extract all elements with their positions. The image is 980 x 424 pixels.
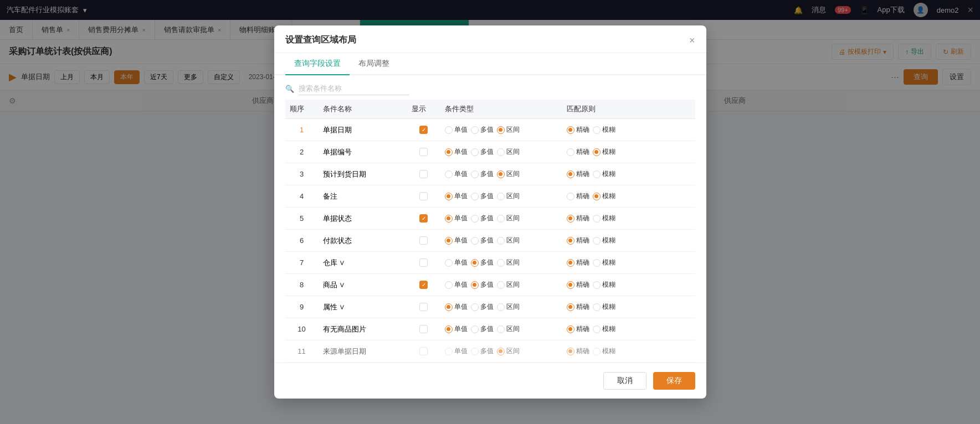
radio-match-label: 模糊 <box>602 236 615 245</box>
radio-type-区间[interactable]: 区间 <box>497 302 520 312</box>
radio-type-多值[interactable]: 多值 <box>471 347 494 356</box>
radio-match-精确[interactable]: 精确 <box>567 280 589 289</box>
radio-match-模糊[interactable]: 模糊 <box>593 324 615 334</box>
radio-match-精确[interactable]: 精确 <box>567 192 589 201</box>
modal-overlay[interactable]: 设置查询区域布局 × 查询字段设置 布局调整 🔍 顺序 条件名称 显示 条件类型 <box>0 0 980 424</box>
radio-circle-match <box>593 303 601 311</box>
radio-label: 区间 <box>506 214 520 223</box>
radio-type-区间[interactable]: 区间 <box>497 192 520 201</box>
radio-type-单值[interactable]: 单值 <box>445 192 468 201</box>
checkbox-display[interactable] <box>419 325 428 333</box>
radio-circle <box>471 281 479 289</box>
radio-match-精确[interactable]: 精确 <box>567 125 589 135</box>
radio-type-单值[interactable]: 单值 <box>445 280 468 289</box>
row-display-checkbox[interactable] <box>407 299 440 314</box>
row-display-checkbox[interactable]: ✓ <box>407 277 440 292</box>
radio-match-精确[interactable]: 精确 <box>567 324 589 334</box>
checkbox-display[interactable]: ✓ <box>419 281 428 289</box>
row-display-checkbox[interactable] <box>407 233 440 248</box>
radio-type-区间[interactable]: 区间 <box>497 214 520 223</box>
radio-type-多值[interactable]: 多值 <box>471 214 494 223</box>
checkbox-display[interactable] <box>419 258 428 267</box>
row-display-checkbox[interactable]: ✓ <box>407 122 440 137</box>
checkbox-display[interactable] <box>419 148 428 156</box>
radio-type-单值[interactable]: 单值 <box>445 169 468 179</box>
radio-circle-match <box>593 281 601 289</box>
row-type-options: 单值多值区间 <box>440 210 562 226</box>
search-input[interactable] <box>299 82 409 95</box>
radio-type-区间[interactable]: 区间 <box>497 258 520 267</box>
table-row: 6付款状态单值多值区间精确模糊 <box>285 230 695 252</box>
checkbox-display[interactable] <box>419 347 428 355</box>
radio-match-模糊[interactable]: 模糊 <box>593 280 615 289</box>
radio-match-模糊[interactable]: 模糊 <box>593 125 615 135</box>
radio-type-单值[interactable]: 单值 <box>445 302 468 312</box>
radio-match-精确[interactable]: 精确 <box>567 258 589 267</box>
radio-match-精确[interactable]: 精确 <box>567 236 589 245</box>
modal-tab-layout-adjust[interactable]: 布局调整 <box>350 53 398 75</box>
radio-match-模糊[interactable]: 模糊 <box>593 147 615 157</box>
checkbox-display[interactable] <box>419 303 428 311</box>
radio-match-模糊[interactable]: 模糊 <box>593 192 615 201</box>
radio-match-精确[interactable]: 精确 <box>567 147 589 157</box>
radio-type-区间[interactable]: 区间 <box>497 347 520 356</box>
row-display-checkbox[interactable] <box>407 344 440 359</box>
row-match-options: 精确模糊 <box>562 166 695 182</box>
row-display-checkbox[interactable] <box>407 189 440 204</box>
cancel-button[interactable]: 取消 <box>603 372 647 390</box>
row-display-checkbox[interactable]: ✓ <box>407 211 440 226</box>
radio-match-label: 模糊 <box>602 125 615 135</box>
radio-match-模糊[interactable]: 模糊 <box>593 214 615 223</box>
radio-match-精确[interactable]: 精确 <box>567 347 589 356</box>
row-type-options: 单值多值区间 <box>440 166 562 182</box>
radio-type-多值[interactable]: 多值 <box>471 169 494 179</box>
radio-type-区间[interactable]: 区间 <box>497 324 520 334</box>
save-button[interactable]: 保存 <box>653 372 695 390</box>
radio-type-多值[interactable]: 多值 <box>471 324 494 334</box>
modal-close-button[interactable]: × <box>689 35 695 45</box>
radio-type-多值[interactable]: 多值 <box>471 236 494 245</box>
radio-match-精确[interactable]: 精确 <box>567 214 589 223</box>
radio-match-模糊[interactable]: 模糊 <box>593 236 615 245</box>
checkbox-display[interactable]: ✓ <box>419 126 428 134</box>
radio-type-单值[interactable]: 单值 <box>445 258 468 267</box>
radio-type-单值[interactable]: 单值 <box>445 147 468 157</box>
radio-match-label: 精确 <box>576 236 589 245</box>
checkbox-display[interactable] <box>419 236 428 245</box>
radio-circle <box>445 170 453 178</box>
radio-type-多值[interactable]: 多值 <box>471 302 494 312</box>
radio-type-多值[interactable]: 多值 <box>471 258 494 267</box>
radio-type-多值[interactable]: 多值 <box>471 280 494 289</box>
row-condition-name: 单据编号 <box>319 144 407 161</box>
row-display-checkbox[interactable] <box>407 255 440 270</box>
radio-type-区间[interactable]: 区间 <box>497 125 520 135</box>
radio-label: 多值 <box>480 302 494 312</box>
radio-type-多值[interactable]: 多值 <box>471 192 494 201</box>
radio-match-模糊[interactable]: 模糊 <box>593 258 615 267</box>
radio-label: 单值 <box>454 280 468 289</box>
row-display-checkbox[interactable] <box>407 144 440 159</box>
modal-tab-query-fields[interactable]: 查询字段设置 <box>285 53 350 75</box>
radio-type-区间[interactable]: 区间 <box>497 169 520 179</box>
radio-type-单值[interactable]: 单值 <box>445 347 468 356</box>
radio-circle <box>471 193 479 200</box>
checkbox-display[interactable] <box>419 170 428 178</box>
radio-type-区间[interactable]: 区间 <box>497 147 520 157</box>
radio-match-模糊[interactable]: 模糊 <box>593 347 615 356</box>
radio-type-区间[interactable]: 区间 <box>497 236 520 245</box>
radio-type-单值[interactable]: 单值 <box>445 214 468 223</box>
radio-match-精确[interactable]: 精确 <box>567 169 589 179</box>
radio-match-模糊[interactable]: 模糊 <box>593 302 615 312</box>
radio-match-模糊[interactable]: 模糊 <box>593 169 615 179</box>
radio-type-单值[interactable]: 单值 <box>445 236 468 245</box>
row-display-checkbox[interactable] <box>407 167 440 182</box>
row-display-checkbox[interactable] <box>407 322 440 337</box>
radio-type-区间[interactable]: 区间 <box>497 280 520 289</box>
radio-match-精确[interactable]: 精确 <box>567 302 589 312</box>
radio-type-多值[interactable]: 多值 <box>471 147 494 157</box>
checkbox-display[interactable]: ✓ <box>419 214 428 223</box>
radio-type-单值[interactable]: 单值 <box>445 324 468 334</box>
radio-type-多值[interactable]: 多值 <box>471 125 494 135</box>
radio-type-单值[interactable]: 单值 <box>445 125 468 135</box>
checkbox-display[interactable] <box>419 192 428 200</box>
